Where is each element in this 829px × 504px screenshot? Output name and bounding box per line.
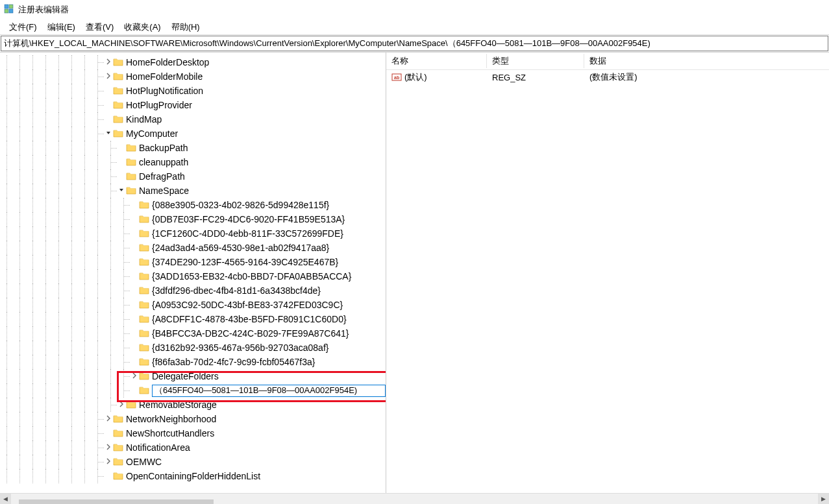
chevron-right-icon[interactable] <box>130 372 139 380</box>
folder-icon <box>113 428 123 438</box>
chevron-right-icon[interactable] <box>117 401 126 409</box>
tree-item-NotificationArea[interactable]: NotificationArea <box>0 440 386 455</box>
tree-item-OpenContainingFolderHiddenList[interactable]: OpenContainingFolderHiddenList <box>0 469 386 483</box>
chevron-down-icon[interactable] <box>104 130 113 138</box>
tree-item-HotPlugNotification[interactable]: HotPlugNotification <box>0 84 386 98</box>
folder-icon <box>139 328 149 339</box>
folder-icon <box>126 143 136 153</box>
tree-item-label: HotPlugNotification <box>126 86 203 96</box>
tree-item-NewShortcutHandlers[interactable]: NewShortcutHandlers <box>0 426 386 440</box>
menu-edit[interactable]: 编辑(E) <box>42 20 80 34</box>
tree-item-g8[interactable]: {A0953C92-50DC-43bf-BE83-3742FED03C9C} <box>0 298 386 312</box>
menu-favorites[interactable]: 收藏夹(A) <box>119 20 166 34</box>
content-area: HomeFolderDesktopHomeFolderMobileHotPlug… <box>0 52 829 493</box>
tree-item-label: MyComputer <box>126 128 178 139</box>
column-header-data[interactable]: 数据 <box>584 54 829 68</box>
tree-item-cleanuppath[interactable]: cleanuppath <box>0 155 386 169</box>
folder-icon <box>139 314 149 324</box>
address-bar[interactable] <box>1 36 828 51</box>
folder-icon <box>139 357 149 367</box>
tree-item-NameSpace[interactable]: NameSpace <box>0 184 386 198</box>
scroll-right-arrow[interactable]: ▶ <box>818 494 829 505</box>
tree-item-label: KindMap <box>126 114 162 125</box>
folder-icon <box>139 200 149 210</box>
tree-item-label: {A0953C92-50DC-43bf-BE83-3742FED03C9C} <box>152 300 343 310</box>
folder-icon <box>139 300 149 310</box>
address-input[interactable] <box>1 39 828 49</box>
window-title: 注册表编辑器 <box>18 4 69 16</box>
tree-item-NetworkNeighborhood[interactable]: NetworkNeighborhood <box>0 412 386 426</box>
folder-icon <box>139 385 149 396</box>
tree-item-MyComputer[interactable]: MyComputer <box>0 126 386 141</box>
value-row[interactable]: ab (默认) REG_SZ (数值未设置) <box>386 70 829 84</box>
svg-text:ab: ab <box>394 75 399 80</box>
tree-item-label: cleanuppath <box>139 157 188 167</box>
menu-view[interactable]: 查看(V) <box>80 20 119 34</box>
tree-item-label: {3dfdf296-dbec-4fb4-81d1-6a3438bcf4de} <box>152 285 321 296</box>
column-header-type[interactable]: 类型 <box>487 54 584 68</box>
tree-item-label: {374DE290-123F-4565-9164-39C4925E467B} <box>152 257 338 267</box>
menu-file[interactable]: 文件(F) <box>4 20 42 34</box>
tree-item-DefragPath[interactable]: DefragPath <box>0 169 386 184</box>
svg-rect-3 <box>9 9 13 13</box>
tree-rename-input[interactable] <box>152 385 386 397</box>
folder-icon <box>113 471 123 481</box>
chevron-right-icon[interactable] <box>104 415 113 423</box>
scroll-thumb[interactable] <box>19 499 214 504</box>
tree-item-g11[interactable]: {d3162b92-9365-467a-956b-92703aca08af} <box>0 341 386 355</box>
tree-item-label: {B4BFCC3A-DB2C-424C-B029-7FE99A87C641} <box>152 328 349 339</box>
folder-icon <box>139 228 149 239</box>
column-header-name[interactable]: 名称 <box>386 54 487 68</box>
chevron-right-icon[interactable] <box>104 458 113 466</box>
tree-item-g1[interactable]: {088e3905-0323-4b02-9826-5d99428e115f} <box>0 198 386 212</box>
menu-help[interactable]: 帮助(H) <box>166 20 205 34</box>
values-pane: 名称 类型 数据 ab (默认) REG_SZ (数值未设置) <box>386 53 829 493</box>
tree-item-HomeFolderMobile[interactable]: HomeFolderMobile <box>0 69 386 84</box>
tree-item-g7[interactable]: {3dfdf296-dbec-4fb4-81d1-6a3438bcf4de} <box>0 283 386 298</box>
chevron-right-icon[interactable] <box>104 58 113 66</box>
value-name: (默认) <box>404 71 427 83</box>
folder-icon <box>139 243 149 253</box>
tree-item-g3[interactable]: {1CF1260C-4DD0-4ebb-811F-33C572699FDE} <box>0 226 386 241</box>
tree-item-g2[interactable]: {0DB7E03F-FC29-4DC6-9020-FF41B59E513A} <box>0 212 386 226</box>
tree-item-OEMWC[interactable]: OEMWC <box>0 455 386 469</box>
folder-icon <box>113 442 123 453</box>
tree-item-label: {A8CDFF1C-4878-43be-B5FD-F8091C1C60D0} <box>152 314 347 324</box>
values-header: 名称 类型 数据 <box>386 53 829 70</box>
tree-item-g6[interactable]: {3ADD1653-EB32-4cb0-BBD7-DFA0ABB5ACCA} <box>0 269 386 283</box>
scroll-left-arrow[interactable]: ◀ <box>0 494 11 505</box>
tree-item-label: NameSpace <box>139 186 189 196</box>
folder-icon <box>139 271 149 282</box>
svg-rect-0 <box>5 5 8 8</box>
tree-item-label: HomeFolderMobile <box>126 71 203 82</box>
folder-icon <box>126 400 136 410</box>
registry-tree: HomeFolderDesktopHomeFolderMobileHotPlug… <box>0 53 386 493</box>
folder-icon <box>139 342 149 353</box>
tree-item-editing[interactable] <box>0 383 386 398</box>
tree-item-KindMap[interactable]: KindMap <box>0 112 386 126</box>
tree-item-g9[interactable]: {A8CDFF1C-4878-43be-B5FD-F8091C1C60D0} <box>0 312 386 326</box>
folder-icon <box>126 171 136 182</box>
tree-item-label: NewShortcutHandlers <box>126 428 214 438</box>
tree-item-label: BackupPath <box>139 143 188 153</box>
tree-item-RemovableStorage[interactable]: RemovableStorage <box>0 398 386 412</box>
svg-rect-2 <box>5 9 8 13</box>
chevron-right-icon[interactable] <box>104 444 113 451</box>
folder-icon <box>113 457 123 467</box>
chevron-right-icon[interactable] <box>104 73 113 80</box>
tree-item-label: {d3162b92-9365-467a-956b-92703aca08af} <box>152 342 328 353</box>
tree-pane[interactable]: HomeFolderDesktopHomeFolderMobileHotPlug… <box>0 53 386 493</box>
tree-item-HomeFolderDesktop[interactable]: HomeFolderDesktop <box>0 55 386 69</box>
tree-item-label: HomeFolderDesktop <box>126 57 209 67</box>
menu-bar: 文件(F) 编辑(E) 查看(V) 收藏夹(A) 帮助(H) <box>0 19 829 35</box>
chevron-down-icon[interactable] <box>117 187 126 195</box>
tree-item-g12[interactable]: {f86fa3ab-70d2-4fc7-9c99-fcbf05467f3a} <box>0 355 386 369</box>
tree-item-g4[interactable]: {24ad3ad4-a569-4530-98e1-ab02f9417aa8} <box>0 241 386 255</box>
folder-icon <box>113 57 123 67</box>
horizontal-scrollbar[interactable]: ◀ ▶ <box>0 493 829 504</box>
tree-item-g5[interactable]: {374DE290-123F-4565-9164-39C4925E467B} <box>0 255 386 269</box>
tree-item-BackupPath[interactable]: BackupPath <box>0 141 386 155</box>
tree-item-DelegateFolders[interactable]: DelegateFolders <box>0 369 386 383</box>
tree-item-g10[interactable]: {B4BFCC3A-DB2C-424C-B029-7FE99A87C641} <box>0 326 386 341</box>
tree-item-HotPlugProvider[interactable]: HotPlugProvider <box>0 98 386 112</box>
